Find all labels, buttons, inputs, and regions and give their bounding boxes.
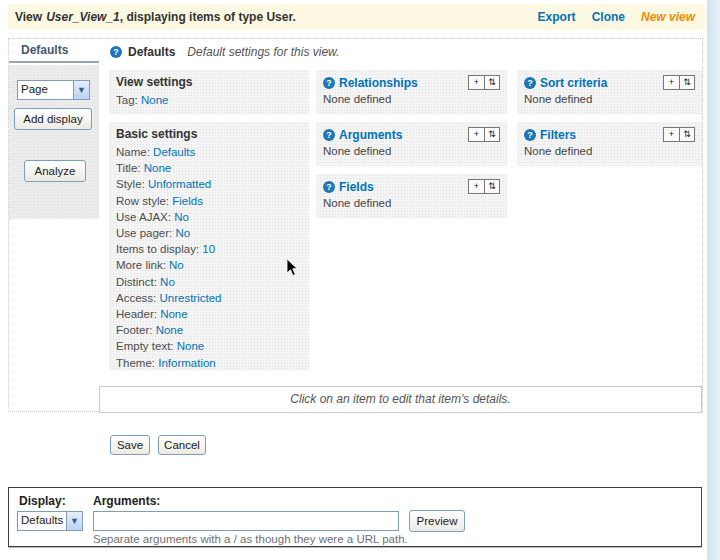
basic-settings-title: Basic settings [116,127,197,141]
new-view-link[interactable]: New view [641,10,695,24]
chevron-down-icon: ▼ [66,512,82,530]
sort-criteria-bucket: ? Sort criteria + ⇅ None defined [517,70,702,114]
rearrange-icon[interactable]: ⇅ [679,128,694,141]
items-value-link[interactable]: 10 [202,243,215,255]
analyze-button[interactable]: Analyze [24,160,86,182]
help-icon[interactable]: ? [524,129,536,141]
filters-empty-text: None defined [524,145,695,157]
view-settings-title: View settings [116,75,192,89]
setting-row-items: Items to display: 10 [116,241,302,257]
view-message-suffix: , displaying items of type User. [120,10,296,24]
view-message-prefix: View [15,10,42,24]
display-sidebar: Page ▼ Add display Analyze [9,65,99,219]
views-editor: Defaults Page ▼ Add display Analyze ? De… [8,38,703,412]
setting-row-style: Style: Unformatted [116,176,302,192]
theme-value-link[interactable]: Information [158,357,216,369]
mouse-cursor-icon [286,258,298,277]
bucket-icons: + ⇅ [468,75,500,90]
bucket-icons: + ⇅ [663,75,695,90]
preview-arguments-label: Arguments: [93,494,160,508]
view-name: User_View_1 [46,10,120,24]
bucket-icons: + ⇅ [468,127,500,142]
help-icon[interactable]: ? [323,77,335,89]
live-preview-panel: Display: Defaults ▼ Arguments: Preview S… [8,487,702,547]
add-icon[interactable]: + [469,128,484,141]
filters-bucket: ? Filters + ⇅ None defined [517,122,702,166]
setting-row-footer: Footer: None [116,322,302,338]
relationships-empty-text: None defined [323,93,500,105]
preview-help-text: Separate arguments with a / as though th… [93,533,408,545]
chevron-down-icon: ▼ [73,81,89,99]
export-link[interactable]: Export [538,10,576,24]
setting-row-use-ajax: Use AJAX: No [116,209,302,225]
header-value-link[interactable]: None [160,308,188,320]
distinct-value-link[interactable]: No [160,276,175,288]
fields-title-link[interactable]: Fields [339,180,374,194]
setting-row-row-style: Row style: Fields [116,193,302,209]
preview-display-select-value: Defaults [18,512,66,530]
preview-arguments-input[interactable] [93,511,399,531]
setting-row-distinct: Distinct: No [116,274,302,290]
add-icon[interactable]: + [469,180,484,193]
bucket-icons: + ⇅ [663,127,695,142]
display-help-line: ? Defaults Default settings for this vie… [110,45,339,59]
setting-row-header: Header: None [116,306,302,322]
relationships-title-link[interactable]: Relationships [339,76,418,90]
basic-settings-bucket: Basic settings Name: Defaults Title: Non… [109,122,309,370]
help-icon[interactable]: ? [110,46,122,58]
preview-display-select[interactable]: Defaults ▼ [17,511,83,531]
page-edge-strip [707,0,720,560]
setting-row-access: Access: Unrestricted [116,290,302,306]
access-value-link[interactable]: Unrestricted [159,292,221,304]
use-ajax-value-link[interactable]: No [174,211,189,223]
setting-row-more-link: More link: No [116,257,302,273]
add-icon[interactable]: + [664,76,679,89]
help-icon[interactable]: ? [323,129,335,141]
help-icon[interactable]: ? [323,181,335,193]
display-title: Defaults [128,45,175,59]
view-actions: Export Clone New view [538,10,695,24]
tag-value-link[interactable]: None [141,94,169,106]
rearrange-icon[interactable]: ⇅ [484,128,499,141]
setting-row-name: Name: Defaults [116,144,302,160]
view-message-bar: View User_View_1 , displaying items of t… [8,4,705,30]
name-value-link[interactable]: Defaults [153,146,195,158]
more-link-value-link[interactable]: No [169,259,184,271]
setting-row-tag: Tag: None [116,92,302,108]
add-icon[interactable]: + [469,76,484,89]
rearrange-icon[interactable]: ⇅ [679,76,694,89]
use-pager-value-link[interactable]: No [175,227,190,239]
rearrange-icon[interactable]: ⇅ [484,76,499,89]
add-icon[interactable]: + [664,128,679,141]
rearrange-icon[interactable]: ⇅ [484,180,499,193]
preview-display-label: Display: [19,494,66,508]
add-display-button[interactable]: Add display [14,108,92,130]
fields-empty-text: None defined [323,197,500,209]
empty-text-value-link[interactable]: None [177,340,205,352]
preview-button[interactable]: Preview [409,510,465,532]
display-type-select[interactable]: Page ▼ [17,80,90,100]
setting-row-use-pager: Use pager: No [116,225,302,241]
sort-criteria-empty-text: None defined [524,93,695,105]
row-style-value-link[interactable]: Fields [172,195,203,207]
title-value-link[interactable]: None [144,162,172,174]
footer-value-link[interactable]: None [156,324,184,336]
style-value-link[interactable]: Unformatted [148,178,211,190]
relationships-bucket: ? Relationships + ⇅ None defined [316,70,507,114]
help-icon[interactable]: ? [524,77,536,89]
view-settings-bucket: View settings Tag: None [109,70,309,114]
sort-criteria-title-link[interactable]: Sort criteria [540,76,607,90]
arguments-title-link[interactable]: Arguments [339,128,402,142]
clone-link[interactable]: Clone [592,10,625,24]
setting-row-empty-text: Empty text: None [116,338,302,354]
bucket-icons: + ⇅ [468,179,500,194]
save-button[interactable]: Save [110,435,150,455]
fields-bucket: ? Fields + ⇅ None defined [316,174,507,218]
setting-row-title: Title: None [116,160,302,176]
filters-title-link[interactable]: Filters [540,128,576,142]
setting-row-theme: Theme: Information [116,355,302,371]
editor-footer-note: Click on an item to edit that item's det… [99,386,702,413]
arguments-bucket: ? Arguments + ⇅ None defined [316,122,507,166]
cancel-button[interactable]: Cancel [158,435,206,455]
tab-defaults[interactable]: Defaults [9,39,99,63]
